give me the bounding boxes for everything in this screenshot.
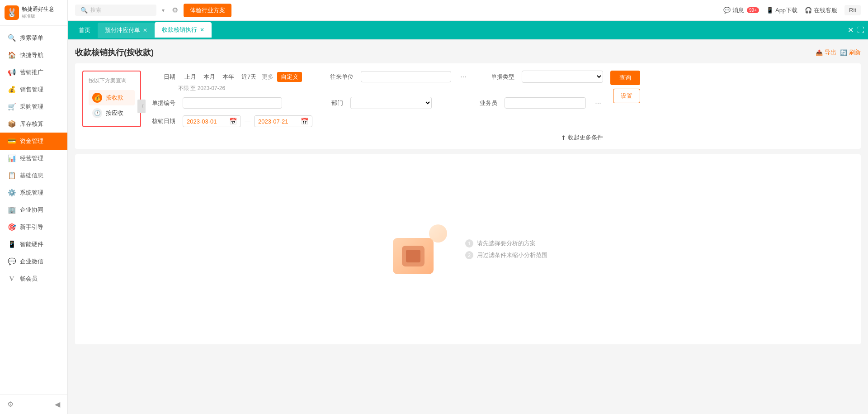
date-more-option[interactable]: 更多 bbox=[262, 73, 274, 81]
sidebar-item-operation[interactable]: 📊 经营管理 bbox=[0, 150, 67, 167]
writeoff-date-end-input[interactable] bbox=[258, 118, 299, 125]
collapse-more-label: 收起更多条件 bbox=[568, 133, 603, 142]
export-button[interactable]: 📤 导出 bbox=[816, 48, 836, 57]
operation-icon: 📊 bbox=[7, 154, 16, 162]
empty-illustration bbox=[388, 224, 447, 274]
date-range-separator: — bbox=[245, 118, 250, 125]
writeoff-date-start-wrap[interactable]: 📅 bbox=[183, 115, 241, 127]
calendar-start-icon[interactable]: 📅 bbox=[229, 118, 237, 125]
online-service-action[interactable]: 🎧 在线客服 bbox=[805, 6, 837, 14]
header-search-placeholder: 搜索 bbox=[90, 6, 101, 14]
sidebar-label-guide: 新手引导 bbox=[20, 223, 43, 231]
sidebar-item-sales[interactable]: 💰 销售管理 bbox=[0, 81, 67, 98]
sidebar-footer: ⚙ ◀ bbox=[0, 394, 67, 414]
tab-home[interactable]: 首页 bbox=[71, 23, 98, 38]
header-left: 🔍 搜索 ▾ ⚙ 体验行业方案 bbox=[75, 4, 231, 17]
department-select[interactable] bbox=[350, 97, 432, 109]
date-custom-tag[interactable]: 自定义 bbox=[277, 72, 302, 82]
app-download-label: App下载 bbox=[775, 6, 797, 14]
app-download-action[interactable]: 📱 App下载 bbox=[766, 6, 797, 14]
sidebar-item-search[interactable]: 🔍 搜索菜单 bbox=[0, 29, 67, 47]
tab-receipt-writeoff[interactable]: 收款核销执行 ✕ bbox=[155, 22, 212, 38]
tab-prepay-close[interactable]: ✕ bbox=[143, 27, 147, 33]
counterparty-input[interactable] bbox=[361, 71, 451, 82]
query-button[interactable]: 查询 bbox=[610, 71, 640, 85]
staff-input[interactable] bbox=[505, 97, 586, 109]
sidebar-item-purchase[interactable]: 🛒 采购管理 bbox=[0, 98, 67, 115]
sidebar-item-guide[interactable]: 🎯 新手引导 bbox=[0, 219, 67, 236]
by-receivable-label: 按应收 bbox=[106, 109, 123, 117]
voucher-type-select[interactable] bbox=[522, 71, 603, 83]
header-search-icon: 🔍 bbox=[80, 7, 88, 14]
date-last-month[interactable]: 上月 bbox=[183, 72, 198, 82]
collapse-sidebar-icon[interactable]: ◀ bbox=[55, 400, 60, 409]
counterparty-label: 往来单位 bbox=[322, 73, 354, 81]
sidebar-item-marketing[interactable]: 📢 营销推广 bbox=[0, 64, 67, 81]
sidebar-item-basic[interactable]: 📋 基础信息 bbox=[0, 167, 67, 184]
chevron-up-icon: ⬆ bbox=[561, 134, 566, 141]
hint-2-text: 用过滤条件来缩小分析范围 bbox=[477, 251, 547, 259]
filter-option-by-receivable[interactable]: 🕐 按应收 bbox=[89, 105, 135, 121]
staff-dots[interactable]: ··· bbox=[593, 99, 603, 107]
refresh-icon: 🔄 bbox=[840, 49, 847, 56]
sidebar-item-inventory[interactable]: 📦 库存核算 bbox=[0, 115, 67, 133]
filter-wrapper: 按以下方案查询 💰 按收款 🕐 按应收 《 bbox=[82, 71, 640, 142]
voucher-number-input[interactable] bbox=[183, 97, 282, 109]
counterparty-dots[interactable]: ··· bbox=[458, 73, 468, 81]
sidebar-item-wechat[interactable]: 💬 企业微信 bbox=[0, 253, 67, 270]
empty-box-face bbox=[406, 250, 420, 262]
sidebar-item-enterprise[interactable]: 🏢 企业协同 bbox=[0, 201, 67, 219]
user-profile[interactable]: Rit bbox=[844, 5, 861, 15]
tab-receipt-close[interactable]: ✕ bbox=[200, 27, 204, 33]
empty-state: 1 请先选择要分析的方案 2 用过滤条件来缩小分析范围 bbox=[388, 224, 547, 274]
enterprise-icon: 🏢 bbox=[7, 206, 16, 214]
writeoff-date-end-wrap[interactable]: 📅 bbox=[254, 115, 312, 127]
page-header-actions: 📤 导出 🔄 刷新 bbox=[816, 48, 861, 57]
user-name: Rit bbox=[849, 7, 856, 14]
date-last-7-days[interactable]: 近7天 bbox=[240, 72, 258, 82]
expand-icon[interactable]: ⛶ bbox=[857, 26, 864, 34]
export-icon: 📤 bbox=[816, 49, 823, 56]
sidebar-menu: 🔍 搜索菜单 🏠 快捷导航 📢 营销推广 💰 销售管理 🛒 采购管理 📦 库存核… bbox=[0, 26, 67, 394]
filter-sidebar-title: 按以下方案查询 bbox=[89, 77, 135, 85]
sidebar-label-purchase: 采购管理 bbox=[20, 103, 43, 111]
tab-bar: 首页 预付冲应付单 ✕ 收款核销执行 ✕ ✕ ⛶ bbox=[68, 21, 868, 40]
sidebar-item-quick-nav[interactable]: 🏠 快捷导航 bbox=[0, 47, 67, 64]
page-content: 收款核销执行(按收款) 📤 导出 🔄 刷新 按以下方案查询 bbox=[68, 40, 868, 414]
staff-label: 业务员 bbox=[470, 99, 497, 107]
marketing-icon: 📢 bbox=[7, 68, 16, 76]
sidebar-label-basic: 基础信息 bbox=[20, 171, 43, 180]
sidebar-item-finance[interactable]: 💳 资金管理 bbox=[0, 133, 67, 150]
writeoff-date-start-input[interactable] bbox=[187, 118, 227, 125]
sidebar-item-hardware[interactable]: 📱 智能硬件 bbox=[0, 236, 67, 253]
sidebar-item-system[interactable]: ⚙️ 系统管理 bbox=[0, 184, 67, 201]
app-version: 标准版 bbox=[22, 13, 54, 19]
collapse-more-button[interactable]: ⬆ 收起更多条件 bbox=[561, 133, 603, 142]
close-tab-icon[interactable]: ✕ bbox=[848, 26, 854, 34]
message-action[interactable]: 💬 消息 99+ bbox=[723, 6, 759, 14]
settings-icon[interactable]: ⚙ bbox=[7, 400, 14, 409]
sidebar-label-inventory: 库存核算 bbox=[20, 120, 43, 128]
header-search-bar[interactable]: 🔍 搜索 bbox=[75, 5, 156, 16]
header-gear-icon[interactable]: ⚙ bbox=[172, 6, 178, 14]
sidebar-label-member: 畅会员 bbox=[20, 275, 38, 283]
sidebar-label-marketing: 营销推广 bbox=[20, 68, 43, 76]
sidebar-item-member[interactable]: V 畅会员 bbox=[0, 270, 67, 287]
calendar-end-icon[interactable]: 📅 bbox=[301, 118, 308, 125]
date-unlimited-hint: 不限 至 2023-07-26 bbox=[178, 85, 603, 92]
filter-row-1: 日期 上月 本月 本年 近7天 更多 自定义 往来单位 ··· bbox=[148, 71, 603, 83]
date-this-year[interactable]: 本年 bbox=[221, 72, 236, 82]
member-icon: V bbox=[7, 275, 16, 283]
basic-icon: 📋 bbox=[7, 171, 16, 180]
collapse-filter-sidebar-btn[interactable]: 《 bbox=[137, 100, 146, 113]
header-dropdown-arrow[interactable]: ▾ bbox=[162, 7, 165, 14]
filter-option-by-receipt[interactable]: 💰 按收款 bbox=[89, 90, 135, 105]
inventory-icon: 📦 bbox=[7, 120, 16, 128]
industry-solution-button[interactable]: 体验行业方案 bbox=[184, 4, 231, 17]
settings-button[interactable]: 设置 bbox=[613, 89, 640, 103]
wechat-icon: 💬 bbox=[7, 257, 16, 266]
date-this-month[interactable]: 本月 bbox=[202, 72, 217, 82]
refresh-button[interactable]: 🔄 刷新 bbox=[840, 48, 861, 57]
tab-prepay-writeoff[interactable]: 预付冲应付单 ✕ bbox=[98, 23, 155, 38]
tab-receipt-label: 收款核销执行 bbox=[162, 26, 197, 34]
